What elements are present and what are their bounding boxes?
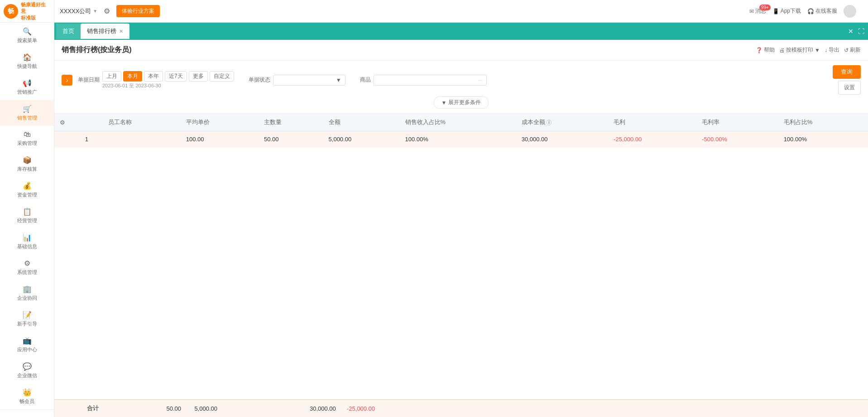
sidebar-item-系统管理[interactable]: ⚙系统管理 bbox=[0, 254, 54, 280]
trial-button[interactable]: 体验行业方案 bbox=[116, 5, 160, 17]
sidebar-icon-12: 📺 bbox=[23, 336, 32, 345]
sidebar-item-基础信息[interactable]: 📊基础信息 bbox=[0, 229, 54, 254]
maximize-icon[interactable]: ⛶ bbox=[858, 28, 864, 35]
refresh-icon: ↺ bbox=[844, 47, 849, 53]
sidebar-icon-8: 📊 bbox=[23, 233, 32, 242]
page-header: 销售排行榜(按业务员) ❓ 帮助 🖨 按模板打印 ▼ ↓ 导出 ↺ 刷新 bbox=[54, 40, 868, 61]
table-body: 1 100.00 50.00 5,000.00 100.00% 30,000.0… bbox=[54, 131, 868, 148]
col-settings[interactable]: ⚙ bbox=[54, 114, 71, 131]
last-7days-btn[interactable]: 近7天 bbox=[165, 71, 187, 81]
tab-home[interactable]: 首页 bbox=[56, 24, 81, 39]
sidebar-item-经营管理[interactable]: 📋经营管理 bbox=[0, 203, 54, 229]
sidebar-label-14: 畅会员 bbox=[19, 398, 34, 405]
sidebar-item-企业微信[interactable]: 💬企业微信 bbox=[0, 358, 54, 383]
sidebar-item-营销推广[interactable]: 📢营销推广 bbox=[0, 74, 54, 100]
mobile-icon: 📱 bbox=[772, 8, 779, 14]
cell-avg-price: 100.00 bbox=[181, 131, 259, 148]
sidebar-item-采购管理[interactable]: 🛍采购管理 bbox=[0, 126, 54, 151]
user-avatar[interactable] bbox=[844, 5, 856, 18]
main-area: XXXXX公司 ▼ ⚙ 体验行业方案 ✉ 消息 99+ 📱 App下载 🎧 在线… bbox=[54, 0, 868, 417]
date-filter: 单据日期 上月 本月 本年 近7天 更多 自定义 2023-06-01 至 20… bbox=[78, 71, 234, 89]
cell-sales-pct: 100.00% bbox=[400, 131, 516, 148]
refresh-btn[interactable]: ↺ 刷新 bbox=[844, 46, 861, 54]
company-selector[interactable]: XXXXX公司 ▼ bbox=[60, 7, 97, 15]
app-download-btn[interactable]: 📱 App下载 bbox=[772, 7, 801, 15]
messages-btn[interactable]: ✉ 消息 99+ bbox=[749, 7, 766, 15]
help-btn[interactable]: ❓ 帮助 bbox=[756, 46, 775, 54]
data-table: ⚙ 员工名称 平均单价 主数量 全额 销售收入占比% 成本全额 i 毛利 毛利率… bbox=[54, 114, 868, 148]
cell-gross: -25,000.00 bbox=[608, 131, 696, 148]
cur-month-btn[interactable]: 本月 bbox=[123, 71, 142, 81]
table-header-row: ⚙ 员工名称 平均单价 主数量 全额 销售收入占比% 成本全额 i 毛利 毛利率… bbox=[54, 114, 868, 131]
export-icon: ↓ bbox=[825, 47, 827, 53]
settings-bottom-btn[interactable]: ⚙ bbox=[8, 413, 19, 417]
sidebar-label-7: 经营管理 bbox=[17, 217, 37, 224]
online-service-btn[interactable]: 🎧 在线客服 bbox=[807, 7, 837, 15]
prev-month-btn[interactable]: 上月 bbox=[102, 71, 121, 81]
custom-btn[interactable]: 自定义 bbox=[210, 71, 234, 81]
settings-button[interactable]: 设置 bbox=[838, 81, 861, 95]
sidebar-item-资金管理[interactable]: 💰资金管理 bbox=[0, 177, 54, 203]
sidebar-item-新手引导[interactable]: 📝新手引导 bbox=[0, 306, 54, 332]
expand-btn[interactable]: ▼ 展开更多条件 bbox=[434, 96, 489, 109]
date-label: 单据日期 bbox=[78, 76, 100, 84]
close-window-icon[interactable]: ✕ bbox=[848, 28, 854, 35]
sidebar-icon-9: ⚙ bbox=[24, 259, 30, 268]
print-dropdown-icon: ▼ bbox=[815, 47, 820, 53]
col-avg-price: 平均单价 bbox=[181, 114, 259, 131]
topbar-right: ✉ 消息 99+ 📱 App下载 🎧 在线客服 bbox=[749, 5, 863, 18]
tab-sales-ranking[interactable]: 销售排行榜 ✕ bbox=[81, 24, 129, 39]
chevron-down-icon: ▼ bbox=[441, 100, 447, 106]
page-title: 销售排行榜(按业务员) bbox=[62, 45, 132, 55]
filter-collapse-btn[interactable]: › bbox=[62, 75, 72, 86]
sidebar-icon-1: 🏠 bbox=[23, 53, 32, 62]
cell-qty: 50.00 bbox=[259, 131, 323, 148]
sidebar-bottom: ⚙ ◀ bbox=[0, 409, 54, 417]
content-area: 销售排行榜(按业务员) ❓ 帮助 🖨 按模板打印 ▼ ↓ 导出 ↺ 刷新 bbox=[54, 40, 868, 417]
sidebar-item-快捷导航[interactable]: 🏠快捷导航 bbox=[0, 48, 54, 74]
more-btn[interactable]: 更多 bbox=[189, 71, 208, 81]
query-button[interactable]: 查询 bbox=[833, 65, 861, 79]
status-dropdown-icon: ▼ bbox=[336, 77, 341, 83]
message-badge: 99+ bbox=[759, 5, 771, 10]
col-gross-rate: 毛利率 bbox=[696, 114, 778, 131]
col-gross: 毛利 bbox=[608, 114, 696, 131]
collapse-btn[interactable]: ◀ bbox=[35, 413, 46, 417]
sidebar-label-12: 应用中心 bbox=[17, 346, 37, 353]
sidebar-label-8: 基础信息 bbox=[17, 243, 37, 250]
sidebar-item-畅会员[interactable]: 👑畅会员 bbox=[0, 383, 54, 409]
print-btn[interactable]: 🖨 按模板打印 ▼ bbox=[779, 46, 820, 54]
sidebar-item-搜索菜单[interactable]: 🔍搜索菜单 bbox=[0, 23, 54, 48]
goods-label: 商品 bbox=[360, 76, 371, 84]
filter-row-main: › 单据日期 上月 本月 本年 近7天 更多 自定义 2023-06-01 至 … bbox=[62, 65, 861, 95]
cur-year-btn[interactable]: 本年 bbox=[144, 71, 163, 81]
sidebar-label-3: 销售管理 bbox=[17, 115, 37, 121]
goods-input[interactable]: ··· bbox=[374, 75, 487, 86]
sales-tab-label: 销售排行榜 bbox=[87, 27, 116, 35]
col-rank bbox=[71, 114, 103, 131]
footer-gross: -25,000.00 bbox=[341, 405, 380, 412]
sidebar-icon-0: 🔍 bbox=[23, 27, 32, 36]
status-select[interactable]: ▼ bbox=[273, 75, 345, 86]
sidebar-label-2: 营销推广 bbox=[17, 89, 37, 96]
table-footer: 合计 50.00 5,000.00 30,000.00 -25,000.00 bbox=[54, 399, 868, 417]
sidebar-item-库存核算[interactable]: 📦库存核算 bbox=[0, 151, 54, 177]
sidebar-icon-2: 📢 bbox=[23, 79, 32, 87]
sidebar-label-1: 快捷导航 bbox=[17, 63, 37, 70]
table-container: ⚙ 员工名称 平均单价 主数量 全额 销售收入占比% 成本全额 i 毛利 毛利率… bbox=[54, 114, 868, 399]
sidebar-item-销售管理[interactable]: 🛒销售管理 bbox=[0, 100, 54, 126]
home-tab-label: 首页 bbox=[62, 27, 74, 35]
message-icon: ✉ bbox=[749, 8, 754, 14]
cell-amount: 5,000.00 bbox=[323, 131, 400, 148]
topbar-settings-icon[interactable]: ⚙ bbox=[104, 7, 110, 15]
sidebar-item-企业协同[interactable]: 🏢企业协同 bbox=[0, 280, 54, 306]
sidebar: 畅 畅康通好生意 标准版 🔍搜索菜单🏠快捷导航📢营销推广🛒销售管理🛍采购管理📦库… bbox=[0, 0, 54, 417]
sidebar-item-应用中心[interactable]: 📺应用中心 bbox=[0, 332, 54, 358]
tab-close-icon[interactable]: ✕ bbox=[119, 29, 123, 34]
logo: 畅 畅康通好生意 标准版 bbox=[0, 0, 54, 23]
sidebar-icon-7: 📋 bbox=[23, 207, 32, 216]
company-dropdown-icon: ▼ bbox=[93, 9, 97, 14]
export-btn[interactable]: ↓ 导出 bbox=[825, 46, 839, 54]
logo-text: 畅康通好生意 标准版 bbox=[21, 1, 50, 21]
footer-total-label: 合计 bbox=[60, 404, 150, 412]
